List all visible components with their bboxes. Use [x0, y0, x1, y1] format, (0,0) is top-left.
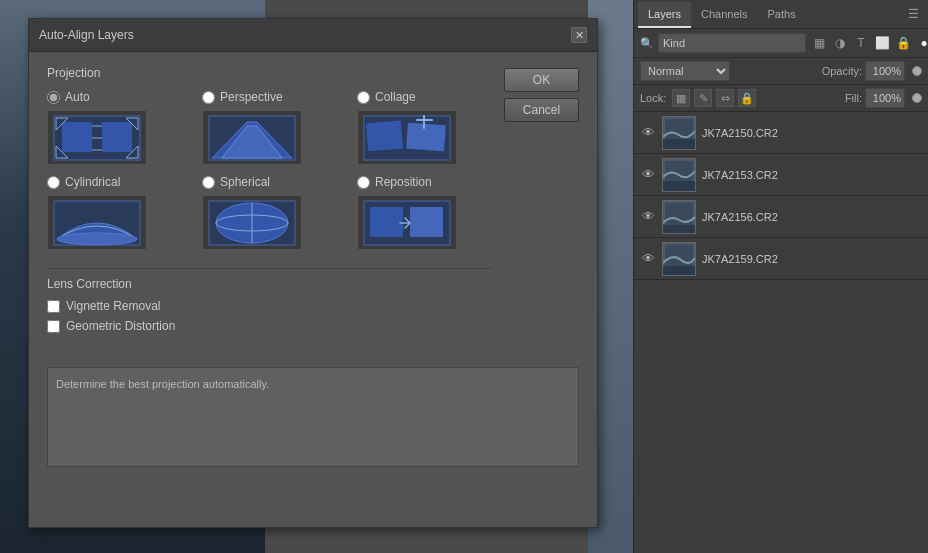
- dialog-buttons: OK Cancel: [504, 66, 579, 343]
- fill-indicator: [912, 93, 922, 103]
- layer-visibility-toggle[interactable]: 👁: [640, 167, 656, 183]
- tab-paths[interactable]: Paths: [758, 2, 806, 28]
- filter-pixel-icon[interactable]: ▦: [810, 34, 828, 52]
- reposition-radio[interactable]: [357, 176, 370, 189]
- perspective-icon: [207, 114, 297, 162]
- tab-layers[interactable]: Layers: [638, 2, 691, 28]
- cylindrical-radio[interactable]: [47, 176, 60, 189]
- cylindrical-icon: [52, 199, 142, 247]
- layer-thumbnail: [662, 158, 696, 192]
- search-icon: 🔍: [640, 37, 654, 50]
- layer-visibility-toggle[interactable]: 👁: [640, 125, 656, 141]
- lens-section-label: Lens Correction: [47, 277, 492, 291]
- layer-thumb-image: [663, 201, 695, 233]
- fill-label: Fill:: [845, 92, 862, 104]
- lock-label: Lock:: [640, 92, 666, 104]
- svg-rect-29: [663, 225, 695, 233]
- lock-transform-button[interactable]: ⇔: [716, 89, 734, 107]
- svg-point-13: [57, 233, 137, 245]
- projection-collage: Collage: [357, 90, 492, 165]
- layer-item[interactable]: 👁 JK7A2150.CR2: [634, 112, 928, 154]
- perspective-radio-row: Perspective: [202, 90, 283, 104]
- filter-toggle[interactable]: ●: [915, 34, 928, 52]
- vignette-label: Vignette Removal: [66, 299, 161, 313]
- cylindrical-label: Cylindrical: [65, 175, 120, 189]
- collage-label: Collage: [375, 90, 416, 104]
- spherical-icon: [207, 199, 297, 247]
- layer-thumbnail: [662, 116, 696, 150]
- dialog-title: Auto-Align Layers: [39, 28, 134, 42]
- collage-radio[interactable]: [357, 91, 370, 104]
- perspective-radio[interactable]: [202, 91, 215, 104]
- layers-panel: Layers Channels Paths ☰ 🔍 ▦ ◑ T ⬜ 🔒 ● No…: [633, 0, 928, 553]
- auto-radio-row: Auto: [47, 90, 90, 104]
- layer-name: JK7A2150.CR2: [702, 127, 922, 139]
- search-input[interactable]: [658, 33, 806, 53]
- layers-list: 👁 JK7A2150.CR2 👁: [634, 112, 928, 553]
- cancel-button[interactable]: Cancel: [504, 98, 579, 122]
- auto-label: Auto: [65, 90, 90, 104]
- lock-row: Lock: ▦ ✎ ⇔ 🔒 Fill:: [634, 85, 928, 112]
- lock-position-button[interactable]: ✎: [694, 89, 712, 107]
- reposition-icon: [362, 199, 452, 247]
- vignette-checkbox[interactable]: [47, 300, 60, 313]
- projection-section-label: Projection: [47, 66, 492, 80]
- panel-tabs: Layers Channels Paths ☰: [634, 0, 928, 29]
- reposition-label: Reposition: [375, 175, 432, 189]
- opacity-input[interactable]: [865, 61, 905, 81]
- projection-cylindrical: Cylindrical: [47, 175, 182, 250]
- dialog-body: Projection Auto: [29, 52, 597, 357]
- geometric-checkbox[interactable]: [47, 320, 60, 333]
- opacity-label: Opacity:: [822, 65, 862, 77]
- auto-align-dialog: Auto-Align Layers ✕ Projection Auto: [28, 18, 598, 528]
- layer-thumb-image: [663, 243, 695, 275]
- layer-visibility-toggle[interactable]: 👁: [640, 209, 656, 225]
- opacity-row: Opacity:: [822, 61, 922, 81]
- blend-mode-select[interactable]: Normal Multiply Screen Overlay: [640, 61, 730, 81]
- ok-button[interactable]: OK: [504, 68, 579, 92]
- reposition-radio-row: Reposition: [357, 175, 432, 189]
- layer-name: JK7A2159.CR2: [702, 253, 922, 265]
- layer-item[interactable]: 👁 JK7A2156.CR2: [634, 196, 928, 238]
- fill-input[interactable]: [865, 88, 905, 108]
- layer-thumbnail: [662, 242, 696, 276]
- tab-channels[interactable]: Channels: [691, 2, 757, 28]
- auto-icon: [52, 114, 142, 162]
- layer-visibility-toggle[interactable]: 👁: [640, 251, 656, 267]
- svg-rect-11: [406, 122, 446, 151]
- panel-menu-button[interactable]: ☰: [904, 5, 922, 23]
- spherical-radio[interactable]: [202, 176, 215, 189]
- filter-adjust-icon[interactable]: ◑: [831, 34, 849, 52]
- auto-preview: [47, 110, 147, 165]
- reposition-preview: [357, 195, 457, 250]
- collage-radio-row: Collage: [357, 90, 416, 104]
- perspective-preview: [202, 110, 302, 165]
- layer-item[interactable]: 👁 JK7A2159.CR2: [634, 238, 928, 280]
- vignette-row: Vignette Removal: [47, 299, 492, 313]
- lock-pixels-button[interactable]: ▦: [672, 89, 690, 107]
- opacity-indicator: [912, 66, 922, 76]
- dialog-titlebar: Auto-Align Layers ✕: [29, 19, 597, 52]
- description-box: Determine the best projection automatica…: [47, 367, 579, 467]
- layer-thumb-image: [663, 159, 695, 191]
- close-button[interactable]: ✕: [571, 27, 587, 43]
- collage-preview: [357, 110, 457, 165]
- svg-rect-2: [102, 122, 132, 152]
- lock-all-button[interactable]: 🔒: [738, 89, 756, 107]
- geometric-label: Geometric Distortion: [66, 319, 175, 333]
- filter-text-icon[interactable]: T: [852, 34, 870, 52]
- spherical-radio-row: Spherical: [202, 175, 270, 189]
- svg-rect-23: [663, 139, 695, 149]
- layer-item[interactable]: 👁 JK7A2153.CR2: [634, 154, 928, 196]
- auto-radio[interactable]: [47, 91, 60, 104]
- filter-shape-icon[interactable]: ⬜: [873, 34, 891, 52]
- cylindrical-preview: [47, 195, 147, 250]
- description-text: Determine the best projection automatica…: [56, 378, 269, 390]
- cylindrical-radio-row: Cylindrical: [47, 175, 120, 189]
- collage-icon: [362, 114, 452, 162]
- svg-rect-20: [410, 207, 443, 237]
- layer-thumb-image: [663, 117, 695, 149]
- filter-smart-icon[interactable]: 🔒: [894, 34, 912, 52]
- perspective-label: Perspective: [220, 90, 283, 104]
- panel-search-row: 🔍 ▦ ◑ T ⬜ 🔒 ●: [634, 29, 928, 58]
